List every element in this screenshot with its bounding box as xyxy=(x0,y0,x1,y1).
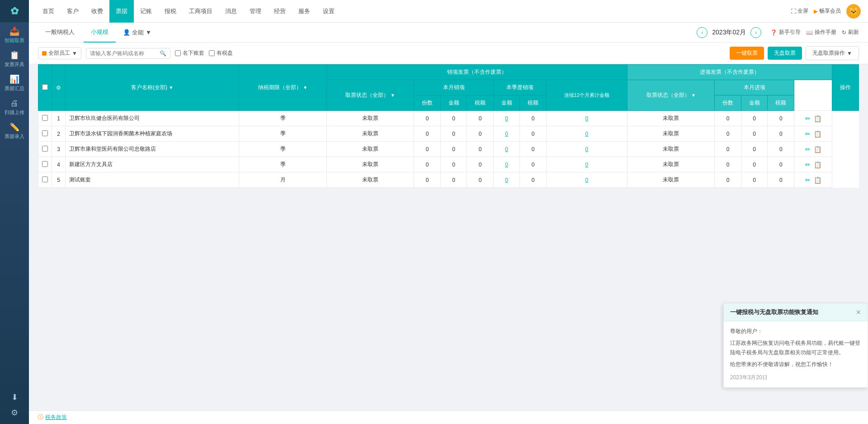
manual-button[interactable]: 📖 操作手册 xyxy=(806,29,836,36)
sidebar-item-invoice-summary[interactable]: 📊 票据汇总 xyxy=(0,71,29,95)
edit-icon[interactable]: ✏ xyxy=(804,130,811,138)
nav-item-settings[interactable]: 设置 xyxy=(316,0,341,23)
table-row: 1 卫辉市玖玖健合医药有限公司 季 未取票 0 0 0 0 0 0 未取票 0 … xyxy=(38,111,859,126)
no-disk-ops-button[interactable]: 无盘取票操作 ▼ xyxy=(806,46,859,60)
sidebar-item-settings[interactable]: ⚙ xyxy=(0,404,29,419)
edit-icon[interactable]: ✏ xyxy=(804,161,811,168)
row-input-month-amount: 0 xyxy=(741,126,768,142)
nav-item-fee[interactable]: 收费 xyxy=(85,0,109,23)
row-input-month-tax: 0 xyxy=(768,111,794,126)
row-sales-status: 未取票 xyxy=(326,172,414,188)
sidebar-item-scan-upload[interactable]: 🖨 扫描上传 xyxy=(0,95,29,119)
tax-disk-checkbox-input[interactable] xyxy=(209,50,215,56)
member-button[interactable]: ▶ 畅享会员 xyxy=(814,7,841,15)
toolbar-right-buttons: 一键取票 无盘取票 无盘取票操作 ▼ xyxy=(730,46,859,60)
notification-date: 2023年3月20日 xyxy=(730,373,861,382)
row-sales-season-amount[interactable]: 0 xyxy=(493,111,520,126)
view-icon[interactable]: 📋 xyxy=(813,176,822,184)
period-prev-button[interactable]: ‹ xyxy=(697,27,708,38)
nav-item-business[interactable]: 工商项目 xyxy=(183,0,219,23)
nav-item-operation[interactable]: 经营 xyxy=(268,0,292,23)
col-setting[interactable]: ⚙ xyxy=(52,65,66,111)
nav-item-tax[interactable]: 报税 xyxy=(158,0,183,23)
user-avatar[interactable]: 🐱 xyxy=(846,4,861,19)
search-box[interactable]: 🔍 xyxy=(86,48,170,59)
tax-policy-icon: ⓘ xyxy=(38,414,43,421)
nav-item-home[interactable]: 首页 xyxy=(36,0,61,23)
mine-account-checkbox[interactable]: 名下账套 xyxy=(175,49,204,57)
row-sales-season-amount[interactable]: 0 xyxy=(493,126,520,142)
sidebar-item-invoice-open[interactable]: 📋 发票开具 xyxy=(0,47,29,71)
fullscreen-button[interactable]: ⛶ 全屏 xyxy=(791,7,808,15)
col-input-month: 本月进项 xyxy=(715,80,794,95)
nav-item-ticket[interactable]: 票据 xyxy=(109,0,134,23)
sales-status-filter-icon[interactable]: ▼ xyxy=(391,93,395,98)
nav-items: 首页 客户 收费 票据 记账 报税 工商项目 消息 管理 经营 服务 设置 xyxy=(36,0,791,23)
row-sales-12month[interactable]: 0 xyxy=(546,126,627,142)
row-checkbox[interactable] xyxy=(42,130,48,136)
nav-item-message[interactable]: 消息 xyxy=(219,0,243,23)
mine-checkbox-input[interactable] xyxy=(175,50,181,56)
notification-close-button[interactable]: ✕ xyxy=(856,309,861,316)
tab-small-scale[interactable]: 小规模 xyxy=(84,23,116,43)
period-next-button[interactable]: › xyxy=(750,27,761,38)
row-sales-12month[interactable]: 0 xyxy=(546,111,627,126)
edit-icon[interactable]: ✏ xyxy=(804,146,811,153)
row-checkbox-cell[interactable] xyxy=(38,172,52,188)
row-checkbox[interactable] xyxy=(42,115,48,121)
sidebar-item-invoice-entry[interactable]: ✏️ 票据录入 xyxy=(0,119,29,143)
row-sales-12month[interactable]: 0 xyxy=(546,142,627,157)
sidebar-item-download[interactable]: ⬇ xyxy=(0,389,29,404)
edit-icon[interactable]: ✏ xyxy=(804,176,811,184)
select-all-checkbox[interactable] xyxy=(42,84,48,90)
row-customer: 卫辉市康和堂医药有限公司忠敬路店 xyxy=(66,142,239,157)
row-checkbox[interactable] xyxy=(42,146,48,152)
col-sales-month: 本月销项 xyxy=(414,80,494,95)
nav-item-service[interactable]: 服务 xyxy=(292,0,316,23)
row-tax-period: 月 xyxy=(239,172,326,188)
row-input-month-amount: 0 xyxy=(741,142,768,157)
has-tax-disk-checkbox[interactable]: 有税盘 xyxy=(209,49,233,57)
row-checkbox[interactable] xyxy=(42,161,48,167)
tab-general-taxpayer[interactable]: 一般纳税人 xyxy=(38,23,82,43)
row-sales-month-count: 0 xyxy=(414,172,441,188)
row-checkbox-cell[interactable] xyxy=(38,126,52,142)
refresh-icon: ↻ xyxy=(842,29,846,36)
nav-item-client[interactable]: 客户 xyxy=(61,0,85,23)
no-disk-ticket-button[interactable]: 无盘取票 xyxy=(768,47,802,60)
nav-item-bookkeeping[interactable]: 记账 xyxy=(134,0,158,23)
tax-period-filter-icon[interactable]: ▼ xyxy=(303,85,307,90)
refresh-button[interactable]: ↻ 刷新 xyxy=(842,29,859,36)
row-checkbox-cell[interactable] xyxy=(38,111,52,126)
row-sales-season-amount[interactable]: 0 xyxy=(493,142,520,157)
one-click-ticket-button[interactable]: 一键取票 xyxy=(730,47,764,60)
sidebar-item-label: 发票开具 xyxy=(5,61,24,68)
row-checkbox-cell[interactable] xyxy=(38,142,52,157)
period-display: 2023年02月 xyxy=(712,29,746,37)
tax-policy-link[interactable]: 税务政策 xyxy=(45,414,67,421)
row-checkbox[interactable] xyxy=(42,176,48,182)
row-input-month-count: 0 xyxy=(715,126,741,142)
row-sales-season-amount[interactable]: 0 xyxy=(493,172,520,188)
row-sales-12month[interactable]: 0 xyxy=(546,172,627,188)
employee-filter[interactable]: 全部员工 ▼ xyxy=(38,47,81,59)
customer-filter-icon[interactable]: ▼ xyxy=(169,85,173,90)
view-icon[interactable]: 📋 xyxy=(813,130,822,138)
nav-item-manage[interactable]: 管理 xyxy=(243,0,268,23)
new-guide-button[interactable]: ❓ 新手引导 xyxy=(770,29,801,36)
view-icon[interactable]: 📋 xyxy=(813,161,822,168)
view-icon[interactable]: 📋 xyxy=(813,115,822,122)
row-sales-12month[interactable]: 0 xyxy=(546,157,627,172)
search-input[interactable] xyxy=(90,50,158,57)
notification-sorry: 给您带来的不便敬请谅解，祝您工作愉快！ xyxy=(730,360,861,369)
row-sales-month-amount: 0 xyxy=(440,172,467,188)
search-icon: 🔍 xyxy=(160,50,166,57)
row-action-cell: ✏ 📋 xyxy=(794,126,832,142)
edit-icon[interactable]: ✏ xyxy=(804,115,811,122)
sidebar-item-smart-ticket[interactable]: 📥 智能取票 xyxy=(0,23,29,47)
row-checkbox-cell[interactable] xyxy=(38,157,52,172)
view-icon[interactable]: 📋 xyxy=(813,146,822,153)
tab-all[interactable]: 👤 全能 ▼ xyxy=(118,23,157,43)
input-status-filter-icon[interactable]: ▼ xyxy=(691,93,696,98)
row-sales-season-amount[interactable]: 0 xyxy=(493,157,520,172)
